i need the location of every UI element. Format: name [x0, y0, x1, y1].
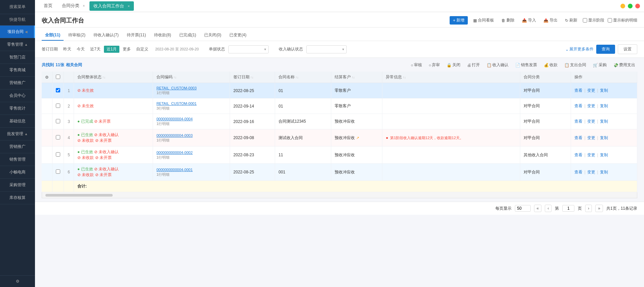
change-btn[interactable]: 变更	[587, 170, 595, 174]
show-detail-checkbox[interactable]: 显示标的明细	[608, 17, 637, 23]
sidebar-nav[interactable]: 快捷导航	[0, 14, 35, 26]
page-number-input[interactable]	[562, 205, 574, 212]
row-checkbox[interactable]	[56, 88, 60, 92]
copy-btn[interactable]: 复制	[600, 104, 608, 108]
sidebar-item-base-info[interactable]: 基础信息	[0, 115, 35, 128]
kanban-button[interactable]: ▦ 合同看板	[471, 16, 496, 24]
copy-btn[interactable]: 复制	[600, 88, 608, 93]
delete-button[interactable]: 🗑 删除	[499, 16, 517, 24]
col-sign-date[interactable]: 签订日期	[230, 72, 275, 83]
ftab-pending-invoice[interactable]: 待开票(11)	[123, 30, 149, 41]
query-button[interactable]: 查询	[596, 45, 615, 54]
row-checkbox[interactable]	[56, 104, 60, 108]
copy-btn[interactable]: 复制	[600, 153, 608, 157]
row-checkbox[interactable]	[56, 119, 60, 123]
sidebar-item-project[interactable]: 项目合同 ◀	[0, 26, 35, 38]
review-btn[interactable]: ○ 审核	[409, 61, 424, 69]
sidebar-item-retail-mall[interactable]: 零售商城	[0, 64, 35, 77]
out-contract-btn[interactable]: 📋 支出合同	[562, 61, 588, 69]
change-btn[interactable]: 变更	[587, 104, 595, 108]
change-btn[interactable]: 变更	[587, 88, 595, 93]
win-close-button[interactable]	[635, 4, 640, 8]
tab-income-workbench-close[interactable]: ×	[127, 4, 129, 8]
view-btn[interactable]: 查看	[574, 170, 582, 174]
show-segment-input[interactable]	[583, 18, 587, 23]
payment-btn[interactable]: 💰 收款	[542, 61, 560, 69]
date-btn-yesterday[interactable]: 昨天	[61, 46, 73, 53]
print-btn[interactable]: 🖨 打开	[465, 61, 482, 69]
ftab-completed[interactable]: 已完成(1)	[176, 30, 200, 41]
win-maximize-button[interactable]	[628, 4, 633, 8]
import-button[interactable]: 📥 导入	[520, 16, 538, 24]
select-all-checkbox[interactable]	[56, 75, 60, 79]
view-btn[interactable]: 查看	[574, 88, 582, 93]
sidebar-item-marketing[interactable]: 营销推广	[0, 77, 35, 89]
contract-link[interactable]: 0000000000004-0003	[156, 133, 193, 137]
show-segment-checkbox[interactable]: 显示阶段	[583, 17, 604, 23]
tab-home[interactable]: 首页	[39, 0, 57, 12]
date-btn-last1month[interactable]: 近1月	[104, 46, 120, 53]
sidebar-item-xiaochu[interactable]: 小畅电商	[0, 166, 35, 179]
first-page-button[interactable]: «	[534, 205, 542, 212]
sidebar-item-marketing2[interactable]: 营销推广	[0, 140, 35, 153]
export-button[interactable]: 📤 导出	[541, 16, 560, 24]
sidebar-item-retail-mgmt[interactable]: 零售管理 ▲	[0, 38, 35, 51]
col-code[interactable]: 合同编码	[153, 72, 230, 83]
row-checkbox[interactable]	[56, 152, 60, 157]
sidebar-item-batch-mgmt[interactable]: 批发管理 ▲	[0, 128, 35, 140]
contract-link[interactable]: RETAIL_CUSTOM-0003	[156, 86, 196, 90]
setting-button[interactable]: 设置	[618, 44, 637, 54]
income-confirm-btn[interactable]: 📋 收入确认	[485, 61, 510, 69]
sidebar-item-sales-mgmt[interactable]: 销售管理	[0, 153, 35, 166]
win-minimize-button[interactable]	[620, 4, 625, 8]
close-btn[interactable]: 🔒 关闭	[445, 61, 462, 69]
ftab-changed[interactable]: 已变更(4)	[226, 30, 250, 41]
date-btn-more[interactable]: 更多	[121, 46, 133, 53]
view-btn[interactable]: 查看	[574, 153, 582, 157]
sidebar-item-inventory[interactable]: 库存核算	[0, 192, 35, 204]
copy-btn[interactable]: 复制	[600, 119, 608, 124]
scrollbar-thumb[interactable]	[45, 194, 113, 197]
sidebar-settings[interactable]: ⚙	[0, 275, 35, 287]
col-status[interactable]: 合同整体状态	[74, 72, 153, 83]
purchase-btn[interactable]: 🛒 采购	[591, 61, 609, 69]
page-size-select[interactable]: 50 10 20 100	[515, 205, 531, 212]
col-gear[interactable]: ⚙	[42, 72, 52, 83]
change-btn[interactable]: 变更	[587, 153, 595, 157]
view-btn[interactable]: 查看	[574, 135, 582, 140]
copy-btn[interactable]: 复制	[600, 135, 608, 140]
ftab-all[interactable]: 全部(11)	[42, 30, 64, 41]
col-error-info[interactable]: 异常信息	[382, 72, 520, 83]
view-btn[interactable]: 查看	[574, 119, 582, 124]
date-btn-last7days[interactable]: 近7天	[88, 46, 103, 53]
expense-btn[interactable]: 💸 费用支出	[611, 61, 637, 69]
abandon-btn[interactable]: ○ 弃审	[427, 61, 442, 69]
expand-btn[interactable]: ⌄ 展开更多条件	[565, 46, 594, 52]
last-page-button[interactable]: »	[595, 205, 603, 212]
change-btn[interactable]: 变更	[587, 135, 595, 140]
income-confirm-select[interactable]	[306, 45, 347, 53]
contract-link[interactable]: 0000000000004-0002	[156, 151, 193, 155]
sidebar-item-member[interactable]: 会员中心	[0, 89, 35, 102]
sidebar-item-retail-stat[interactable]: 零售统计	[0, 102, 35, 115]
view-btn[interactable]: 查看	[574, 104, 582, 108]
row-checkbox[interactable]	[56, 135, 60, 139]
invoice-btn[interactable]: 📄 销售发票	[513, 61, 539, 69]
horizontal-scrollbar[interactable]	[42, 192, 637, 198]
refresh-button[interactable]: ↻ 刷新	[563, 16, 579, 24]
row-checkbox[interactable]	[56, 169, 60, 174]
contract-link[interactable]: 0000000000004-0001	[156, 168, 193, 172]
ftab-closed[interactable]: 已关闭(0)	[201, 30, 225, 41]
ftab-pending-payment[interactable]: 待收款(8)	[151, 30, 175, 41]
tab-income-workbench[interactable]: 收入合同工作台 ×	[89, 1, 134, 11]
sidebar-search[interactable]: 搜索菜单	[0, 0, 35, 14]
copy-btn[interactable]: 复制	[600, 170, 608, 174]
col-customer[interactable]: 结算客户	[331, 72, 382, 83]
ftab-pending-review[interactable]: 待审核(2)	[65, 30, 89, 41]
tab-contract-type[interactable]: 合同分类 ×	[57, 0, 89, 12]
date-btn-custom[interactable]: 自定义	[134, 46, 150, 53]
show-detail-input[interactable]	[608, 18, 612, 23]
date-btn-today[interactable]: 今天	[75, 46, 87, 53]
sidebar-item-smart-store[interactable]: 智慧门店	[0, 51, 35, 64]
doc-status-select[interactable]	[228, 45, 269, 53]
